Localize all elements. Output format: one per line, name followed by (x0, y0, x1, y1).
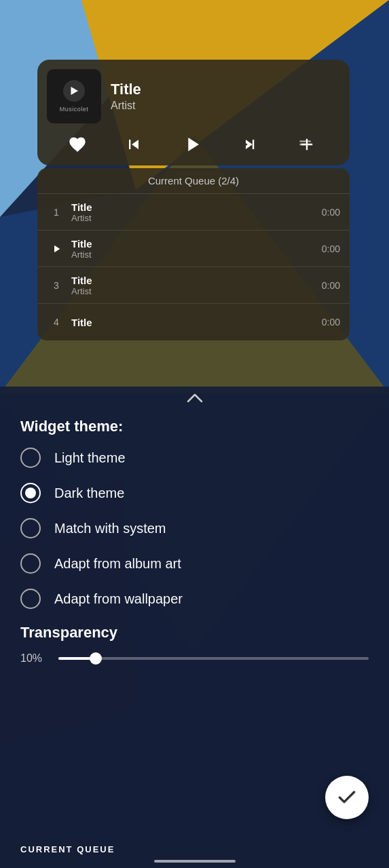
confirm-fab-button[interactable] (325, 776, 369, 819)
queue-track-title: Title (71, 201, 322, 213)
queue-number: 4 (47, 317, 66, 328)
widget-theme-label: Widget theme: (20, 418, 369, 435)
chevron-handle[interactable] (20, 387, 369, 418)
track-artist: Artist (111, 100, 337, 112)
queue-item: Title Artist 0:00 (37, 231, 350, 267)
queue-track-title: Title (71, 317, 322, 328)
bottom-indicator (154, 860, 236, 863)
next-button[interactable] (241, 135, 260, 154)
player-controls (47, 133, 337, 156)
slider-thumb[interactable] (90, 652, 102, 665)
prev-button[interactable] (124, 135, 143, 154)
bottom-bar: CURRENT QUEUE (0, 837, 389, 868)
queue-duration: 0:00 (322, 317, 340, 328)
queue-number: 1 (47, 207, 66, 218)
queue-duration: 0:00 (322, 207, 340, 218)
queue-track-artist: Artist (71, 250, 322, 260)
dark-theme-radio[interactable] (20, 483, 41, 503)
svg-marker-7 (71, 87, 79, 95)
system-theme-label: Match with system (54, 521, 166, 536)
light-theme-label: Light theme (54, 450, 126, 466)
queue-widget: Current Queue (2/4) 1 Title Artist 0:00 … (37, 168, 350, 340)
album-play-icon (63, 80, 85, 102)
now-playing-icon (47, 243, 66, 255)
track-info: Title Artist (111, 81, 337, 112)
queue-track-artist: Artist (71, 213, 322, 223)
queue-track-artist: Artist (71, 286, 322, 296)
queue-duration: 0:00 (322, 243, 340, 254)
queue-track-title: Title (71, 275, 322, 286)
player-widget: Musicolet Title Artist (37, 60, 350, 165)
wallpaper-theme-radio[interactable] (20, 589, 41, 609)
queue-track-info: Title Artist (71, 201, 322, 223)
wallpaper-theme-label: Adapt from wallpaper (54, 591, 183, 607)
queue-header: Current Queue (2/4) (37, 168, 350, 194)
album-art: Musicolet (47, 69, 101, 123)
album-theme-label: Adapt from album art (54, 556, 181, 572)
system-theme-option[interactable]: Match with system (20, 518, 369, 538)
add-queue-button[interactable] (297, 135, 316, 154)
system-theme-radio[interactable] (20, 518, 41, 538)
transparency-slider[interactable] (58, 657, 369, 660)
queue-track-info: Title Artist (71, 238, 322, 260)
light-theme-radio[interactable] (20, 448, 41, 468)
app-label: Musicolet (60, 106, 89, 113)
queue-item: 3 Title Artist 0:00 (37, 267, 350, 304)
queue-duration: 0:00 (322, 280, 340, 291)
transparency-percent: 10% (20, 652, 49, 665)
heart-button[interactable] (68, 135, 87, 154)
play-button[interactable] (181, 133, 204, 156)
dark-theme-option[interactable]: Dark theme (20, 483, 369, 503)
queue-item: 1 Title Artist 0:00 (37, 194, 350, 231)
album-theme-radio[interactable] (20, 553, 41, 574)
queue-number: 3 (47, 280, 66, 291)
album-theme-option[interactable]: Adapt from album art (20, 553, 369, 574)
transparency-slider-row: 10% (20, 652, 369, 665)
dark-theme-label: Dark theme (54, 486, 124, 501)
track-title: Title (111, 81, 337, 98)
transparency-label: Transparency (20, 624, 369, 642)
queue-track-info: Title (71, 317, 322, 328)
current-queue-label: CURRENT QUEUE (20, 844, 369, 854)
queue-track-info: Title Artist (71, 275, 322, 296)
wallpaper-theme-option[interactable]: Adapt from wallpaper (20, 589, 369, 609)
light-theme-option[interactable]: Light theme (20, 448, 369, 468)
queue-track-title: Title (71, 238, 322, 250)
queue-item: 4 Title 0:00 (37, 304, 350, 340)
